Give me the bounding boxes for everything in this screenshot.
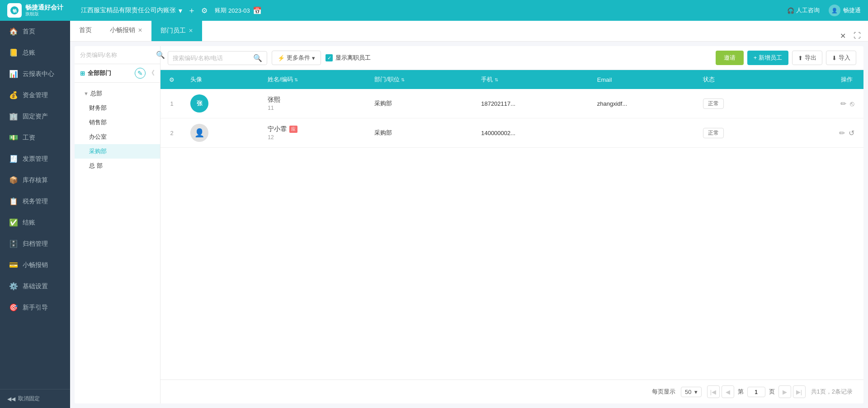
tree-item-office[interactable]: 办公室 (75, 130, 160, 144)
row-name-code: 张熙11 (260, 89, 367, 118)
phone-sort-icon[interactable]: ⇅ (495, 77, 498, 82)
top-header: 畅 畅捷通好会计 旗舰版 江西服宝精品有限责任公司内账张 ▾ ＋ ⚙ 账期 20… (0, 0, 868, 21)
reports-icon: 📊 (9, 70, 18, 78)
sidebar-label-inventory: 库存核算 (23, 176, 48, 184)
prev-page-button[interactable]: ◀ (722, 385, 734, 398)
name-sort-icon[interactable]: ⇅ (294, 77, 298, 82)
employee-search-box[interactable]: 🔍 (168, 51, 267, 65)
tree-item-finance[interactable]: 财务部 (75, 101, 160, 115)
row-avatar-cell: 张 (183, 89, 260, 118)
logout-employee-button[interactable]: ⎋ (850, 100, 854, 108)
company-dropdown-icon[interactable]: ▾ (179, 6, 182, 15)
support-label: 人工咨询 (796, 6, 820, 14)
col-dept-position[interactable]: 部门/职位 ⇅ (367, 70, 474, 89)
delete-employee-button[interactable]: ↺ (849, 129, 854, 137)
settings-icon[interactable]: ⚙ (201, 6, 208, 15)
sidebar-item-reports[interactable]: 📊 云报表中心 (0, 63, 70, 84)
invite-button[interactable]: 邀请 (716, 51, 744, 65)
row-email (590, 118, 696, 148)
sidebar-item-archive[interactable]: 🗄️ 归档管理 (0, 233, 70, 254)
col-avatar: 头像 (183, 70, 260, 89)
row-email: zhangxidf... (590, 89, 696, 118)
sidebar-item-settings[interactable]: ⚙️ 基础设置 (0, 276, 70, 297)
tree-item-headquarters[interactable]: ▼ 总部 (75, 86, 160, 101)
sidebar-item-tax[interactable]: 📋 税务管理 (0, 191, 70, 212)
sidebar-item-general-ledger[interactable]: 📒 总账 (0, 42, 70, 63)
employee-tag: 应 (289, 126, 297, 133)
home-icon: 🏠 (9, 27, 18, 36)
content-area: 首页 小畅报销 ✕ 部门员工 ✕ ✕ ⛶ 🔍 (70, 21, 868, 408)
add-employee-button[interactable]: + 新增员工 (747, 51, 788, 65)
sidebar-item-salary[interactable]: 💵 工资 (0, 127, 70, 148)
filter-button[interactable]: ⚡ 更多条件 ▾ (272, 51, 321, 65)
logo-title: 畅捷通好会计 (25, 4, 63, 11)
tab-close-button[interactable]: ✕ (837, 30, 848, 41)
tab-expand-button[interactable]: ⛶ (852, 30, 863, 41)
employee-code: 12 (268, 134, 360, 141)
first-page-button[interactable]: |◀ (707, 385, 720, 398)
right-content: 🔍 ⚡ 更多条件 ▾ ✓ 显示离职员工 邀请 + 新增员工 (160, 46, 863, 403)
tab-home[interactable]: 首页 (70, 21, 101, 41)
sidebar-item-home[interactable]: 🏠 首页 (0, 21, 70, 42)
ledger-icon: 📒 (9, 48, 18, 57)
col-phone[interactable]: 手机 ⇅ (474, 70, 590, 89)
avatar: 👤 (829, 5, 840, 16)
all-dept-label: ⊞ 全部部门 (80, 69, 135, 77)
user-area[interactable]: 👤 畅捷通 (829, 5, 861, 16)
table-settings-icon[interactable]: ⚙ (169, 76, 175, 83)
tree-search-input[interactable] (80, 52, 156, 58)
edit-employee-button[interactable]: ✏ (839, 129, 845, 137)
sidebar-item-close[interactable]: ✅ 结账 (0, 212, 70, 233)
tree-item-sales[interactable]: 销售部 (75, 115, 160, 130)
add-icon[interactable]: ＋ (188, 5, 196, 16)
company-name[interactable]: 江西服宝精品有限责任公司内账张 (81, 6, 176, 14)
page-number-input[interactable]: 1 (747, 387, 765, 397)
avatar-placeholder: 👤 (190, 124, 208, 142)
col-status: 状态 (696, 70, 779, 89)
show-resigned-toggle[interactable]: ✓ 显示离职员工 (326, 54, 371, 62)
total-records: 共1页，2条记录 (811, 388, 853, 396)
filter-dropdown-icon: ▾ (312, 55, 315, 61)
headset-icon: 🎧 (787, 7, 794, 14)
col-email: Email (590, 70, 696, 89)
import-button[interactable]: ⬇ 导入 (826, 51, 856, 65)
tab-expense-close-icon[interactable]: ✕ (138, 27, 142, 33)
filter-icon: ⚡ (278, 55, 285, 61)
tab-expense[interactable]: 小畅报销 ✕ (101, 21, 151, 41)
per-page-select[interactable]: 50 ▾ (681, 387, 701, 397)
tree-search-area: 🔍 (75, 46, 160, 64)
sidebar-label-tax: 税务管理 (23, 197, 48, 206)
next-page-button[interactable]: ▶ (778, 385, 791, 398)
dept-sort-icon[interactable]: ⇅ (401, 77, 405, 82)
toolbar-right: 邀请 + 新增员工 ⬆ 导出 ⬇ 导入 (716, 51, 856, 65)
sidebar-item-guide[interactable]: 🎯 新手引导 (0, 297, 70, 318)
last-page-button[interactable]: ▶| (793, 385, 806, 398)
tree-item-general[interactable]: 总 部 (75, 159, 160, 173)
sidebar-item-fixed-assets[interactable]: 🏢 固定资产 (0, 106, 70, 127)
search-icon[interactable]: 🔍 (253, 54, 262, 62)
calendar-icon[interactable]: 📅 (253, 6, 262, 15)
row-dept: 采购部 (367, 89, 474, 118)
sidebar-item-expense[interactable]: 💳 小畅报销 (0, 254, 70, 276)
sidebar-item-invoice[interactable]: 🧾 发票管理 (0, 148, 70, 169)
logo-area: 畅 畅捷通好会计 旗舰版 (7, 3, 77, 18)
collapse-tree-button[interactable]: 《 (148, 69, 155, 77)
sidebar-item-inventory[interactable]: 📦 库存核算 (0, 169, 70, 191)
support-button[interactable]: 🎧 人工咨询 (787, 6, 820, 14)
sidebar-item-funds[interactable]: 💰 资金管理 (0, 84, 70, 106)
export-button[interactable]: ⬆ 导出 (792, 51, 822, 65)
col-name-code[interactable]: 姓名/编码 ⇅ (260, 70, 367, 89)
show-resigned-checkbox[interactable]: ✓ (326, 54, 333, 61)
row-phone: 187202117... (474, 89, 590, 118)
table-row: 1张张熙11采购部187202117...zhangxidf...正常✏⎋ (160, 89, 863, 118)
inventory-icon: 📦 (9, 176, 18, 184)
employee-search-input[interactable] (173, 55, 253, 61)
tab-dept-employee[interactable]: 部门员工 ✕ (151, 21, 202, 41)
col-operations: 操作 (779, 70, 863, 89)
sidebar-label-fixed-assets: 固定资产 (23, 113, 48, 121)
tab-dept-close-icon[interactable]: ✕ (189, 28, 193, 34)
unpin-button[interactable]: ◀◀ 取消固定 (0, 389, 70, 408)
edit-dept-button[interactable]: ✎ (135, 68, 146, 79)
tree-item-purchase[interactable]: 采购部 (75, 144, 160, 159)
edit-employee-button[interactable]: ✏ (840, 99, 846, 108)
